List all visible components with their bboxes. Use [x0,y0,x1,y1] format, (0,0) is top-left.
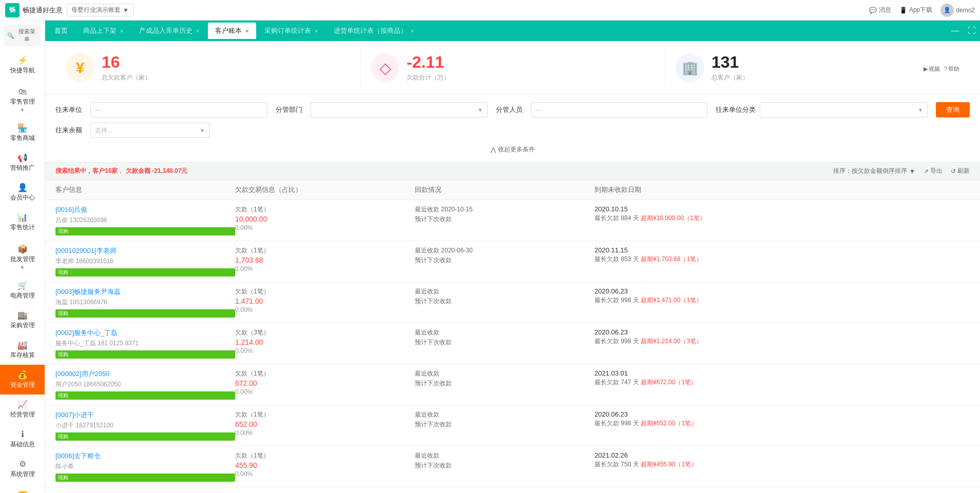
sidebar-item-retail-mgmt[interactable]: 🛍 零售管理 ▼ [0,82,45,118]
top-bar: 畅 畅捷通好生意 母婴行业演示账套 ▼ 💬 消息 📱 App下载 👤 demo2 [0,0,980,21]
customer-name-0[interactable]: [0016]吕俊 [55,205,235,214]
tab-purchase-stats-close[interactable]: ✕ [314,28,318,34]
due-overdue-6[interactable]: 超期¥455.90（1笔） [641,461,697,468]
sidebar-basic-info-label: 基础信息 [10,440,35,449]
recovery-info-1: 最近收款 2020-06-30 预计下次收款 [415,246,594,277]
tab-customer-account-close[interactable]: ✕ [245,28,249,34]
filter-select-category[interactable]: ▼ [760,102,928,117]
tab-bar-actions: — ⛶ [949,24,978,37]
tab-purchase-by-product[interactable]: 进货单统计表（按商品） ✕ [326,23,421,39]
store-select[interactable]: 母婴行业演示账套 ▼ [67,4,133,16]
customer-name-5[interactable]: [0007]小进干 [55,410,235,420]
tab-products-offline[interactable]: 商品上下架 ✕ [76,23,131,39]
due-overdue-0[interactable]: 超期¥10,000.00（1笔） [641,214,706,222]
customer-name-2[interactable]: [0003]畅捷服务尹海蕊 [55,287,235,297]
summary-card-actions: ▶ 视频 ? 帮助 [924,63,959,73]
tab-bar: 首页 商品上下架 ✕ 产成品入库单历史 ✕ 客户账本 ✕ 采购订单统计表 ✕ [45,21,980,41]
results-sort-label: 排序：按欠款金额倒序排序 [833,167,907,175]
due-date-6: 2021.02.26 [594,451,970,459]
app-download-button[interactable]: 📱 App下载 [899,6,932,14]
retail-mgmt-icon: 🛍 [18,87,27,96]
refresh-button[interactable]: ↺ 刷新 [951,167,970,175]
sidebar-item-inventory[interactable]: 🏭 库存核算 [0,335,45,365]
tab-products-offline-close[interactable]: ✕ [120,28,124,34]
recovery-last-1: 最近收款 2020-06-30 [415,246,594,255]
brand-icon: 畅 [5,3,20,17]
tab-product-history-close[interactable]: ✕ [196,28,200,34]
tab-home[interactable]: 首页 [47,23,75,39]
debt-info-5: 欠款（1笔） 652.00 0.00% [235,410,415,441]
customer-name-4[interactable]: [000002]用户2050 [55,369,235,379]
due-overdue-3[interactable]: 超期¥1,214.00（3笔） [641,338,702,345]
recovery-next-3: 预计下次收款 [415,338,594,347]
sidebar-item-basic-info[interactable]: ℹ 基础信息 [0,424,45,454]
debt-amount-6: 455.90 [235,461,415,469]
summary-label-debt: 欠款合计（万） [407,73,450,82]
table-row: [0016]吕俊 吕俊 13026203696 现购 欠款（1笔） 10,000… [45,200,980,241]
summary-value-total: 131 [712,53,748,71]
sidebar: 🔍 搜索菜单 ⚡ 快捷导航 🛍 零售管理 ▼ 🏪 零售商城 📢 营销推广 [0,21,45,493]
filter-select-dept[interactable]: ▼ [311,102,488,117]
help-icon: ? [944,66,947,72]
due-overdue-4[interactable]: 超期¥672.00（1笔） [641,379,697,386]
window-minimize-button[interactable]: — [949,24,962,37]
sidebar-item-retail-mall[interactable]: 🏪 零售商城 [0,118,45,148]
user-menu[interactable]: 👤 demo2 [940,4,975,17]
sidebar-item-quick-nav[interactable]: ⚡ 快捷导航 [0,50,45,80]
sidebar-item-purchase[interactable]: 🏬 采购管理 [0,305,45,335]
due-overdue-5[interactable]: 超期¥652.00（1笔） [641,420,697,427]
customer-name-3[interactable]: [0002]服务中心_丁磊 [55,328,235,338]
sidebar-item-finance[interactable]: 💰 资金管理 [0,365,45,395]
debt-label-2: 欠款（1笔） [235,287,415,296]
collapse-button[interactable]: ⋀ 收起更多条件 [491,145,535,154]
due-date-4: 2021.03.01 [594,369,970,377]
message-label: 消息 [879,6,891,14]
filter-input-unit[interactable]: ··· [90,102,267,117]
filter-label-category: 往来单位分类 [716,105,756,114]
filter-input-person[interactable]: ··· [531,102,708,117]
window-maximize-button[interactable]: ⛶ [966,24,978,37]
sidebar-search-button[interactable]: 🔍 搜索菜单 [4,25,41,46]
due-overdue-1[interactable]: 超期¥1,703.68（1笔） [641,255,702,263]
debt-label-5: 欠款（1笔） [235,410,415,419]
debt-pct-2: 0.00% [235,306,415,313]
sidebar-item-ops[interactable]: 📈 经营管理 [0,395,45,424]
search-button[interactable]: 查询 [936,102,970,117]
debt-pct-5: 0.00% [235,429,415,437]
debt-label-3: 欠款（3笔） [235,328,415,337]
sidebar-item-member[interactable]: 👤 会员中心 [0,178,45,207]
sidebar-item-retail-stats[interactable]: 📊 零售统计 [0,207,45,237]
video-help-button[interactable]: ▶ 视频 [924,65,940,73]
results-sort[interactable]: 排序：按欠款金额倒序排序 ▼ [833,167,915,175]
brand-logo: 畅 畅捷通好生意 [5,3,63,17]
filter-select-balance[interactable]: 选择... ▼ [90,123,209,138]
customer-tag-6: 现购 [55,474,235,482]
customer-name-1[interactable]: [0001020001]李老师 [55,246,235,255]
help-button[interactable]: ? 帮助 [944,65,959,73]
customer-tag-0: 现购 [55,227,235,235]
summary-card-total: 🏢 131 总客户（家） ▶ 视频 ? 帮助 [665,49,970,86]
sidebar-item-system[interactable]: ⚙ 系统管理 [0,454,45,484]
sidebar-item-ecommerce[interactable]: 🛒 电商管理 [0,275,45,305]
recovery-last-0: 最近收款 2020-10-15 [415,205,594,214]
export-button[interactable]: ↗ 导出 [924,167,943,175]
tab-purchase-by-product-close[interactable]: ✕ [410,28,414,34]
sidebar-retail-mall-label: 零售商城 [10,134,35,143]
brand-name: 畅捷通好生意 [23,6,63,15]
due-detail-2: 最长欠款 998 天 超期¥1,471.00（1笔） [594,296,970,305]
tab-purchase-stats[interactable]: 采购订单统计表 ✕ [257,23,325,39]
recovery-info-5: 最近收款 预计下次收款 [415,410,594,441]
sidebar-item-batch-mgmt[interactable]: 📦 批发管理 ▼ [0,239,45,275]
due-overdue-2[interactable]: 超期¥1,471.00（1笔） [641,297,702,304]
tab-customer-account[interactable]: 客户账本 ✕ [208,23,256,39]
sidebar-item-marketing[interactable]: 📢 营销推广 [0,148,45,178]
recovery-next-6: 预计下次收款 [415,461,594,470]
message-button[interactable]: 💬 消息 [869,6,891,14]
tab-product-history[interactable]: 产成品入库单历史 ✕ [132,23,207,39]
table-header: 客户信息 欠款交易信息（占比） 回款情况 到期未收款日期 [45,180,980,200]
table-body: [0016]吕俊 吕俊 13026203696 现购 欠款（1笔） 10,000… [45,200,980,493]
customer-name-6[interactable]: [0006]去下粮仓 [55,451,235,461]
collapse-up-icon: ⋀ [491,146,496,153]
recovery-info-2: 最近收款 预计下次收款 [415,287,594,318]
sidebar-item-corp-coop[interactable]: 🤝 企业协同 [0,484,45,493]
